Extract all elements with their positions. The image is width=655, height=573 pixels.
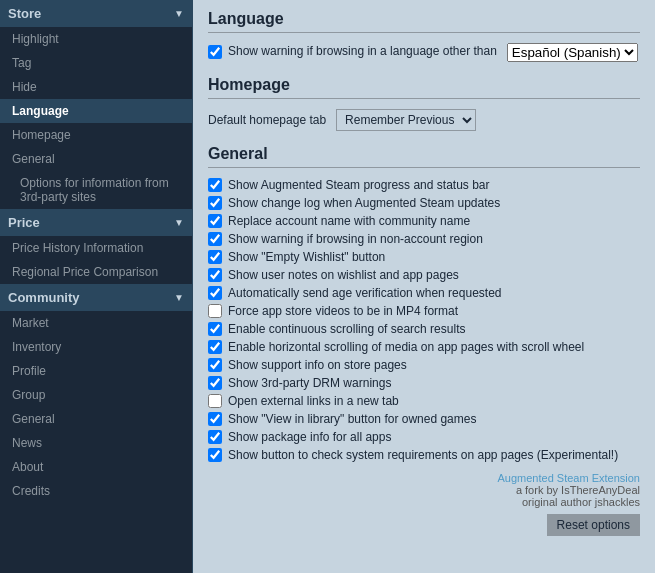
sidebar-section-price[interactable]: Price ▼	[0, 209, 192, 236]
homepage-dropdown[interactable]: Remember PreviousFeaturedNew & TrendingT…	[336, 109, 476, 131]
sidebar-item-price-history[interactable]: Price History Information	[0, 236, 192, 260]
checkbox-community-name[interactable]	[208, 214, 222, 228]
checkbox-continuous-scrolling[interactable]	[208, 322, 222, 336]
sidebar-item-community-general[interactable]: General	[0, 407, 192, 431]
sidebar-item-tag[interactable]: Tag	[0, 51, 192, 75]
sidebar: Store ▼ HighlightTagHideLanguageHomepage…	[0, 0, 193, 573]
checkbox-change-log[interactable]	[208, 196, 222, 210]
sidebar-price-arrow: ▼	[174, 217, 184, 228]
sidebar-item-general[interactable]: General	[0, 147, 192, 171]
setting-row-augmented-steam-bar: Show Augmented Steam progress and status…	[208, 178, 640, 192]
sidebar-item-regional-price[interactable]: Regional Price Comparison	[0, 260, 192, 284]
sidebar-price-items: Price History InformationRegional Price …	[0, 236, 192, 284]
sidebar-price-label: Price	[8, 215, 40, 230]
checkbox-age-verification[interactable]	[208, 286, 222, 300]
checkbox-external-links[interactable]	[208, 394, 222, 408]
setting-row-drm-warnings: Show 3rd-party DRM warnings	[208, 376, 640, 390]
checkbox-force-mp4[interactable]	[208, 304, 222, 318]
sidebar-section-store[interactable]: Store ▼	[0, 0, 192, 27]
sidebar-credits-label: Credits	[12, 484, 50, 498]
setting-row-non-account-warning: Show warning if browsing in non-account …	[208, 232, 640, 246]
label-check-system: Show button to check system requirements…	[228, 448, 618, 462]
checkbox-horizontal-scrolling[interactable]	[208, 340, 222, 354]
setting-row-user-notes: Show user notes on wishlist and app page…	[208, 268, 640, 282]
checkbox-package-info[interactable]	[208, 430, 222, 444]
reset-options-button[interactable]: Reset options	[547, 514, 640, 536]
sidebar-news-label: News	[12, 436, 42, 450]
sidebar-item-inventory[interactable]: Inventory	[0, 335, 192, 359]
sidebar-item-language[interactable]: Language	[0, 99, 192, 123]
label-package-info: Show package info for all apps	[228, 430, 391, 444]
label-change-log: Show change log when Augmented Steam upd…	[228, 196, 500, 210]
setting-row-community-name: Replace account name with community name	[208, 214, 640, 228]
author-text: original author jshackles	[208, 496, 640, 508]
sidebar-item-highlight[interactable]: Highlight	[0, 27, 192, 51]
general-settings-list: Show Augmented Steam progress and status…	[208, 178, 640, 462]
checkbox-augmented-steam-bar[interactable]	[208, 178, 222, 192]
checkbox-view-in-library[interactable]	[208, 412, 222, 426]
sidebar-store-items: HighlightTagHideLanguageHomepageGeneralO…	[0, 27, 192, 209]
label-community-name: Replace account name with community name	[228, 214, 470, 228]
checkbox-user-notes[interactable]	[208, 268, 222, 282]
general-section-title: General	[208, 145, 640, 168]
label-user-notes: Show user notes on wishlist and app page…	[228, 268, 459, 282]
sidebar-community-items: MarketInventoryProfileGroupGeneral	[0, 311, 192, 431]
sidebar-community-label: Community	[8, 290, 80, 305]
sidebar-item-credits[interactable]: Credits	[0, 479, 192, 503]
sidebar-item-market[interactable]: Market	[0, 311, 192, 335]
setting-row-package-info: Show package info for all apps	[208, 430, 640, 444]
homepage-tab-row: Default homepage tab Remember PreviousFe…	[208, 109, 640, 131]
homepage-section-title: Homepage	[208, 76, 640, 99]
checkbox-support-info[interactable]	[208, 358, 222, 372]
language-section-title: Language	[208, 10, 640, 33]
setting-row-age-verification: Automatically send age verification when…	[208, 286, 640, 300]
sidebar-about-label: About	[12, 460, 43, 474]
label-continuous-scrolling: Enable continuous scrolling of search re…	[228, 322, 465, 336]
setting-row-support-info: Show support info on store pages	[208, 358, 640, 372]
label-support-info: Show support info on store pages	[228, 358, 407, 372]
label-force-mp4: Force app store videos to be in MP4 form…	[228, 304, 458, 318]
language-dropdown[interactable]: Español (Spanish)EnglishDeutschFrançaisI…	[507, 43, 638, 62]
sidebar-item-homepage[interactable]: Homepage	[0, 123, 192, 147]
checkbox-empty-wishlist[interactable]	[208, 250, 222, 264]
homepage-tab-label: Default homepage tab	[208, 113, 326, 127]
label-horizontal-scrolling: Enable horizontal scrolling of media on …	[228, 340, 584, 354]
label-age-verification: Automatically send age verification when…	[228, 286, 502, 300]
label-view-in-library: Show "View in library" button for owned …	[228, 412, 476, 426]
main-content: Language Show warning if browsing in a l…	[193, 0, 655, 573]
sidebar-store-arrow: ▼	[174, 8, 184, 19]
language-warning-label: Show warning if browsing in a language o…	[228, 43, 497, 60]
label-external-links: Open external links in a new tab	[228, 394, 399, 408]
setting-row-change-log: Show change log when Augmented Steam upd…	[208, 196, 640, 210]
setting-row-external-links: Open external links in a new tab	[208, 394, 640, 408]
setting-row-horizontal-scrolling: Enable horizontal scrolling of media on …	[208, 340, 640, 354]
language-warning-checkbox[interactable]	[208, 45, 222, 59]
setting-row-empty-wishlist: Show "Empty Wishlist" button	[208, 250, 640, 264]
checkbox-drm-warnings[interactable]	[208, 376, 222, 390]
setting-row-force-mp4: Force app store videos to be in MP4 form…	[208, 304, 640, 318]
sidebar-item-group[interactable]: Group	[0, 383, 192, 407]
sidebar-item-about[interactable]: About	[0, 455, 192, 479]
sidebar-section-community[interactable]: Community ▼	[0, 284, 192, 311]
label-non-account-warning: Show warning if browsing in non-account …	[228, 232, 483, 246]
checkbox-check-system[interactable]	[208, 448, 222, 462]
sidebar-item-profile[interactable]: Profile	[0, 359, 192, 383]
sidebar-store-label: Store	[8, 6, 41, 21]
footer: Augmented Steam Extension a fork by IsTh…	[208, 472, 640, 508]
language-warning-row: Show warning if browsing in a language o…	[208, 43, 640, 62]
sidebar-item-news[interactable]: News	[0, 431, 192, 455]
label-empty-wishlist: Show "Empty Wishlist" button	[228, 250, 385, 264]
sidebar-item-options-3rdparty[interactable]: Options for information from 3rd-party s…	[0, 171, 192, 209]
setting-row-view-in-library: Show "View in library" button for owned …	[208, 412, 640, 426]
setting-row-continuous-scrolling: Enable continuous scrolling of search re…	[208, 322, 640, 336]
label-drm-warnings: Show 3rd-party DRM warnings	[228, 376, 391, 390]
extension-link[interactable]: Augmented Steam Extension	[498, 472, 640, 484]
checkbox-non-account-warning[interactable]	[208, 232, 222, 246]
fork-text: a fork by IsThereAnyDeal	[208, 484, 640, 496]
sidebar-item-hide[interactable]: Hide	[0, 75, 192, 99]
label-augmented-steam-bar: Show Augmented Steam progress and status…	[228, 178, 490, 192]
sidebar-community-arrow: ▼	[174, 292, 184, 303]
setting-row-check-system: Show button to check system requirements…	[208, 448, 640, 462]
